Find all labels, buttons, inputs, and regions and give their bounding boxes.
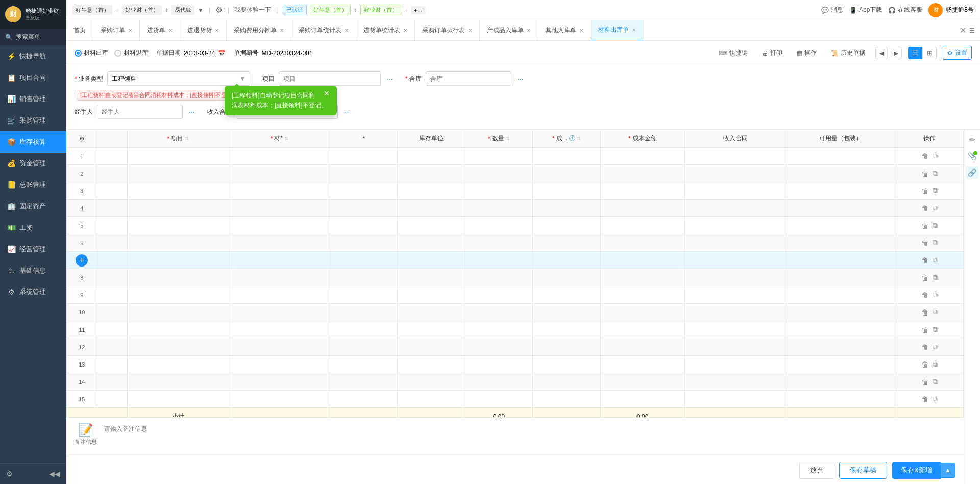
row-spec-cell[interactable] <box>330 200 398 217</box>
copy-row-icon[interactable]: ⧉ <box>932 203 939 213</box>
sidebar-item-project[interactable]: 📋 项目合同 <box>0 67 66 88</box>
row-spec-cell[interactable] <box>330 304 398 321</box>
row-cost-price-cell[interactable] <box>533 321 600 338</box>
nav-tag-3[interactable]: 易代账 <box>172 5 194 15</box>
table-wrapper[interactable]: ⚙ *项目 ⇅ <box>66 130 964 417</box>
row-qty-cell[interactable] <box>465 373 532 391</box>
sidebar-item-system[interactable]: ⚙ 系统管理 <box>0 281 66 303</box>
row-qty-cell[interactable] <box>465 338 532 356</box>
active-cell-8[interactable] <box>600 252 684 269</box>
row-spec-cell[interactable] <box>330 165 398 182</box>
row-qty-cell[interactable] <box>465 182 532 200</box>
row-spec-cell[interactable] <box>330 391 398 408</box>
warehouse-dots-icon[interactable]: ··· <box>518 75 524 83</box>
row-material-cell[interactable] <box>229 269 330 286</box>
notes-input[interactable] <box>102 423 955 443</box>
row-material-cell[interactable] <box>229 321 330 338</box>
delete-row-icon[interactable]: 🗑 <box>920 255 929 265</box>
sidebar-item-sales[interactable]: 📊 销售管理 <box>0 88 66 110</box>
row-material-cell[interactable] <box>229 304 330 321</box>
row-cost-price-cell[interactable] <box>533 165 600 182</box>
row-project-cell[interactable] <box>128 148 229 165</box>
active-cell-7[interactable] <box>533 252 600 269</box>
tab-product-inbound[interactable]: 产成品入库单 ✕ <box>480 20 538 41</box>
copy-row-icon[interactable]: ⧉ <box>932 307 939 318</box>
row-cost-price-cell[interactable] <box>533 148 600 165</box>
sidebar-search[interactable]: 🔍 搜索菜单 <box>0 29 66 45</box>
row-cost-amount-cell[interactable] <box>600 148 684 165</box>
sidebar-item-base[interactable]: 🗂 基础信息 <box>0 260 66 281</box>
delete-row-icon[interactable]: 🗑 <box>920 359 929 370</box>
biz-type-select[interactable]: 工程领料 ▼ <box>107 71 250 86</box>
tab-other-inbound[interactable]: 其他入库单 ✕ <box>538 20 591 41</box>
delete-row-icon[interactable]: 🗑 <box>920 168 929 179</box>
row-spec-cell[interactable] <box>330 182 398 200</box>
save-new-arrow-btn[interactable]: ▲ <box>941 463 955 478</box>
row-qty-cell[interactable] <box>465 234 532 252</box>
col-sort-icon[interactable]: ⇅ <box>284 136 288 141</box>
delete-row-icon[interactable]: 🗑 <box>920 342 929 352</box>
radio-out[interactable]: 材料出库 <box>75 49 108 57</box>
row-spec-cell[interactable] <box>330 373 398 391</box>
delete-row-icon[interactable]: 🗑 <box>920 238 929 248</box>
active-input-1[interactable] <box>97 252 128 269</box>
row-qty-cell[interactable] <box>465 148 532 165</box>
copy-row-icon[interactable]: ⧉ <box>932 394 939 404</box>
row-income-contract-cell[interactable] <box>684 182 786 200</box>
sidebar-item-ops[interactable]: 📈 经营管理 <box>0 238 66 260</box>
experience-text[interactable]: 我要体验一下 <box>234 6 271 14</box>
settings-btn[interactable]: ⚙ 设置 <box>943 46 972 60</box>
tab-expense-split[interactable]: 采购费用分摊单 ✕ <box>227 20 291 41</box>
active-cell-3[interactable] <box>229 252 330 269</box>
row-cost-price-cell[interactable] <box>533 269 600 286</box>
print-btn[interactable]: 🖨 打印 <box>758 46 787 59</box>
sidebar-item-inventory[interactable]: 📦 库存核算 <box>0 131 66 153</box>
tooltip-close-btn[interactable]: ✕ <box>324 90 330 97</box>
row-qty-cell[interactable] <box>465 286 532 304</box>
row-income-contract-cell[interactable] <box>684 304 786 321</box>
row-qty-cell[interactable] <box>465 200 532 217</box>
sidebar-item-payroll[interactable]: 💵 工资 <box>0 217 66 238</box>
tab-purchase-stat[interactable]: 采购订单统计表 ✕ <box>291 20 356 41</box>
row-cost-amount-cell[interactable] <box>600 217 684 234</box>
sidebar-item-ledger[interactable]: 📒 总账管理 <box>0 174 66 196</box>
row-material-cell[interactable] <box>229 373 330 391</box>
tab-close-icon[interactable]: ✕ <box>403 28 407 33</box>
project-dots-icon[interactable]: ··· <box>387 75 393 83</box>
delete-row-icon[interactable]: 🗑 <box>920 307 929 318</box>
prev-arrow[interactable]: ◀ <box>875 47 888 59</box>
row-material-cell[interactable] <box>229 165 330 182</box>
copy-row-icon[interactable]: ⧉ <box>932 342 939 352</box>
copy-row-icon[interactable]: ⧉ <box>932 376 939 387</box>
row-cost-amount-cell[interactable] <box>600 391 684 408</box>
right-attachment-icon[interactable]: 📎 <box>966 150 978 162</box>
nav-tag-good-biz[interactable]: 好生意（首） <box>310 5 351 15</box>
copy-row-icon[interactable]: ⧉ <box>932 151 939 161</box>
tab-close-icon[interactable]: ✕ <box>128 28 132 33</box>
active-cell-9[interactable] <box>684 252 786 269</box>
nav-tag-more[interactable]: +... <box>411 6 425 14</box>
row-qty-cell[interactable] <box>465 321 532 338</box>
settings-col-header[interactable]: ⚙ <box>67 130 97 148</box>
delete-row-icon[interactable]: 🗑 <box>920 151 929 161</box>
row-cost-price-cell[interactable] <box>533 217 600 234</box>
copy-row-icon[interactable]: ⧉ <box>932 168 939 179</box>
row-material-cell[interactable] <box>229 338 330 356</box>
tab-more[interactable]: ☰ <box>969 27 975 34</box>
radio-return[interactable]: 材料退库 <box>114 49 148 57</box>
copy-row-icon[interactable]: ⧉ <box>932 289 939 300</box>
row-cost-price-cell[interactable] <box>533 391 600 408</box>
save-new-main-btn[interactable]: 保存&新增 <box>892 462 941 479</box>
row-material-cell[interactable] <box>229 356 330 373</box>
row-material-cell[interactable] <box>229 217 330 234</box>
app-download-btn[interactable]: 📱 App下载 <box>849 6 882 14</box>
row-spec-cell[interactable] <box>330 269 398 286</box>
active-cell-6[interactable] <box>465 252 532 269</box>
copy-row-icon[interactable]: ⧉ <box>932 359 939 370</box>
row-spec-cell[interactable] <box>330 338 398 356</box>
row-income-contract-cell[interactable] <box>684 356 786 373</box>
nav-tag-good-wealth[interactable]: 好业财（首） <box>360 5 401 15</box>
row-project-cell[interactable] <box>128 234 229 252</box>
sidebar-item-finance[interactable]: 💰 资金管理 <box>0 153 66 174</box>
row-material-cell[interactable] <box>229 182 330 200</box>
